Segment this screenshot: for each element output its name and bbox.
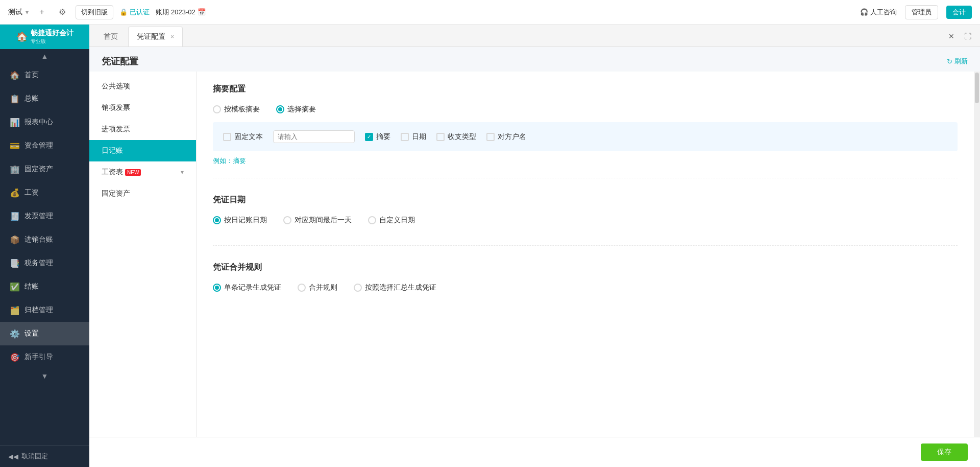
left-nav-item-sales_invoice[interactable]: 销项发票: [89, 97, 196, 119]
sidebar-item-invoice[interactable]: 🧾发票管理: [0, 204, 89, 228]
summary-checkbox-item[interactable]: 摘要: [365, 132, 390, 142]
topbar-right: 🎧 人工咨询 管理员 会计: [860, 5, 972, 19]
consult-label: 人工咨询: [870, 8, 897, 17]
add-button[interactable]: ＋: [35, 5, 49, 19]
refresh-icon: ↻: [947, 58, 952, 65]
date-option-diary[interactable]: 按日记账日期: [213, 216, 267, 225]
merge-rule-radio[interactable]: [298, 284, 306, 292]
sidebar-item-label: 总账: [24, 94, 39, 103]
sidebar-item-label: 设置: [24, 329, 39, 338]
date-option-period-last[interactable]: 对应期间最后一天: [283, 216, 352, 225]
sidebar-item-wage[interactable]: 💰工资: [0, 181, 89, 204]
merge-option-select[interactable]: 按照选择汇总生成凭证: [354, 283, 436, 292]
accountant-button[interactable]: 会计: [946, 6, 972, 19]
fixed-text-checkbox[interactable]: [223, 133, 231, 141]
single-radio[interactable]: [213, 284, 221, 292]
left-nav-item-fixed_asset[interactable]: 固定资产: [89, 183, 196, 204]
merge-option-single[interactable]: 单条记录生成凭证: [213, 283, 281, 292]
counterpart-checkbox-item[interactable]: 对方户名: [486, 132, 526, 142]
left-nav-label-sales_invoice: 销项发票: [102, 103, 184, 112]
date-option-custom[interactable]: 自定义日期: [368, 216, 415, 225]
merge-config-section: 凭证合并规则 单条记录生成凭证 合并规则: [213, 262, 958, 313]
counterpart-checkbox-label: 对方户名: [498, 132, 526, 142]
ledger-icon: 📋: [10, 94, 19, 103]
sidebar-scroll-down[interactable]: ▼: [0, 369, 89, 383]
custom-date-radio[interactable]: [368, 216, 376, 224]
right-scrollbar[interactable]: [974, 72, 980, 437]
sidebar-item-report[interactable]: 📊报表中心: [0, 110, 89, 134]
summary-checkbox[interactable]: [365, 133, 373, 141]
left-nav-item-purchase_invoice[interactable]: 进项发票: [89, 119, 196, 140]
template-radio[interactable]: [213, 105, 221, 113]
sidebar-item-label: 固定资产: [24, 165, 53, 174]
custom-date-label: 自定义日期: [379, 216, 415, 225]
tab-home[interactable]: 首页: [95, 27, 126, 46]
summary-section-title: 摘要配置: [213, 84, 958, 95]
config-area: 摘要配置 按模板摘要 选择摘要: [197, 72, 974, 437]
left-nav-item-wage_table[interactable]: 工资表NEW▾: [89, 161, 196, 183]
sidebar-item-guide[interactable]: 🎯新手引导: [0, 345, 89, 369]
close-window-icon[interactable]: ✕: [945, 30, 958, 42]
project-selector[interactable]: 测试 ▾: [8, 8, 29, 17]
sidebar-item-ledger[interactable]: 📋总账: [0, 87, 89, 110]
admin-button[interactable]: 管理员: [905, 5, 938, 19]
sidebar-item-label: 归档管理: [24, 306, 53, 315]
left-nav-item-diary[interactable]: 日记账: [89, 140, 196, 161]
sidebar-item-fund[interactable]: 💳资金管理: [0, 134, 89, 157]
summary-config-section: 摘要配置 按模板摘要 选择摘要: [213, 84, 958, 178]
sidebar-item-asset[interactable]: 🏢固定资产: [0, 157, 89, 181]
sidebar-item-settings[interactable]: ⚙️设置: [0, 322, 89, 345]
sidebar-item-label: 工资: [24, 188, 39, 197]
page-footer: 保存: [89, 437, 980, 467]
merge-option-rule[interactable]: 合并规则: [298, 283, 337, 292]
scroll-thumb[interactable]: [975, 73, 979, 103]
consult-button[interactable]: 🎧 人工咨询: [860, 8, 897, 17]
verified-badge: 🔒 已认证: [119, 8, 150, 17]
diary-date-radio[interactable]: [213, 216, 221, 224]
logo-icon: 🏠: [16, 31, 28, 42]
merge-section-title: 凭证合并规则: [213, 262, 958, 273]
sidebar-item-archive[interactable]: 🗂️归档管理: [0, 298, 89, 322]
merge-rule-label: 合并规则: [309, 283, 337, 292]
left-nav-item-public[interactable]: 公共选项: [89, 76, 196, 97]
refresh-button[interactable]: ↻ 刷新: [947, 57, 968, 66]
page-container: 凭证配置 ↻ 刷新 公共选项销项发票进项发票日记账工资表NEW▾固定资产 摘要配…: [89, 47, 980, 467]
tab-voucher-config[interactable]: 凭证配置 ×: [128, 27, 183, 46]
sidebar-scroll-up[interactable]: ▲: [0, 49, 89, 63]
counterpart-checkbox[interactable]: [486, 133, 495, 141]
chevron-wage_table-icon: ▾: [181, 169, 184, 176]
example-text: 例如：摘要: [213, 156, 958, 166]
sidebar-item-home[interactable]: 🏠首页: [0, 63, 89, 87]
calendar-icon[interactable]: 📅: [198, 8, 206, 16]
headset-icon: 🎧: [860, 8, 868, 16]
sidebar-item-label: 报表中心: [24, 118, 53, 127]
select-radio[interactable]: [276, 105, 284, 113]
sidebar-item-label: 发票管理: [24, 212, 53, 221]
sidebar-item-tax[interactable]: 📑税务管理: [0, 251, 89, 275]
summary-option-select[interactable]: 选择摘要: [276, 105, 316, 114]
left-nav-label-wage_table: 工资表NEW▾: [102, 168, 184, 177]
new-badge-wage_table: NEW: [125, 169, 141, 176]
summary-option-template[interactable]: 按模板摘要: [213, 105, 260, 114]
tab-close-icon[interactable]: ×: [170, 33, 174, 40]
income-type-checkbox-item[interactable]: 收支类型: [436, 132, 476, 142]
project-chevron-icon: ▾: [26, 9, 29, 16]
sidebar-item-sales[interactable]: 📦进销台账: [0, 228, 89, 251]
select-merge-radio[interactable]: [354, 284, 362, 292]
cancel-pin-button[interactable]: ◀◀ 取消固定: [0, 445, 89, 467]
save-button[interactable]: 保存: [921, 443, 968, 461]
date-checkbox[interactable]: [401, 133, 409, 141]
maximize-window-icon[interactable]: ⛶: [962, 30, 974, 42]
sidebar-item-settle[interactable]: ✅结账: [0, 275, 89, 298]
fixed-text-checkbox-item[interactable]: 固定文本: [223, 132, 263, 142]
report-icon: 📊: [10, 118, 19, 127]
income-type-checkbox[interactable]: [436, 133, 445, 141]
fixed-text-input[interactable]: [273, 130, 355, 143]
period-last-radio[interactable]: [283, 216, 291, 224]
sidebar-item-label: 资金管理: [24, 141, 53, 150]
merge-radio-group: 单条记录生成凭证 合并规则 按照选择汇总生成凭证: [213, 283, 958, 292]
example-value: 摘要: [233, 157, 246, 165]
date-checkbox-item[interactable]: 日期: [401, 132, 426, 142]
old-version-button[interactable]: 切到旧版: [76, 5, 113, 19]
settings-icon[interactable]: ⚙: [55, 5, 69, 19]
